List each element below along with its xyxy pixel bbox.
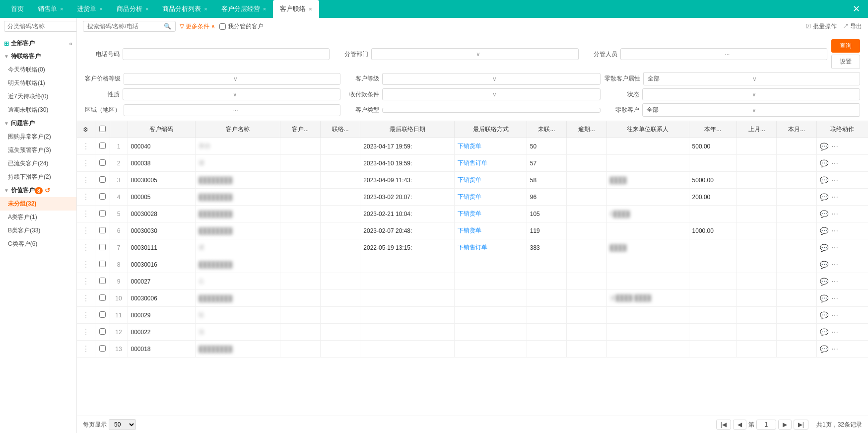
contact-method-link[interactable]: 下销货单 bbox=[458, 176, 481, 183]
more-conditions-button[interactable]: ▽ 更多条件 ∧ bbox=[180, 22, 215, 31]
company-contact-col-header[interactable]: 往来单位联系人 bbox=[606, 121, 689, 138]
last-page-button[interactable]: ▶| bbox=[794, 420, 808, 430]
name-col-header[interactable]: 客户名称 bbox=[196, 121, 280, 138]
customer-type-select[interactable] bbox=[382, 108, 600, 113]
this-year-col-header[interactable]: 本年... bbox=[689, 121, 736, 138]
all-customers-header[interactable]: ⊞全部客户« bbox=[0, 35, 76, 50]
phone-action-icon[interactable]: 💬 bbox=[820, 210, 828, 218]
nav-tab-客户分层经营[interactable]: 客户分层经营× bbox=[214, 0, 273, 18]
manager-select[interactable]: ··· bbox=[620, 48, 827, 60]
payment-select[interactable]: ∨ bbox=[382, 88, 600, 100]
row-checkbox[interactable] bbox=[99, 278, 106, 284]
nav-tab-客户联络[interactable]: 客户联络× bbox=[273, 0, 319, 18]
phone-action-icon[interactable]: 💬 bbox=[820, 227, 828, 235]
row-checkbox[interactable] bbox=[99, 261, 106, 267]
page-number-input[interactable] bbox=[756, 420, 776, 430]
more-action-icon[interactable]: ⋯ bbox=[831, 193, 838, 201]
bulk-operations-button[interactable]: ☑ 批量操作 bbox=[805, 22, 836, 31]
sidebar-item-0-3[interactable]: 逾期未联络(30) bbox=[0, 103, 76, 117]
row-checkbox[interactable] bbox=[99, 176, 106, 183]
tab-close-icon[interactable]: × bbox=[263, 6, 266, 12]
sidebar-item-1-1[interactable]: 流失预警客户(3) bbox=[0, 144, 76, 157]
sidebar-search-input[interactable] bbox=[4, 21, 77, 32]
contact-method-link[interactable]: 下销售订单 bbox=[458, 244, 487, 251]
phone-action-icon[interactable]: 💬 bbox=[820, 193, 828, 201]
row-checkbox[interactable] bbox=[99, 143, 106, 149]
nav-tab-商品分析列表[interactable]: 商品分析列表× bbox=[155, 0, 214, 18]
phone-action-icon[interactable]: 💬 bbox=[820, 176, 828, 184]
refresh-icon[interactable]: ↺ bbox=[45, 187, 50, 194]
row-checkbox[interactable] bbox=[99, 227, 106, 233]
contact-method-link[interactable]: 下销货单 bbox=[458, 210, 481, 217]
more-action-icon[interactable]: ⋯ bbox=[831, 345, 838, 353]
row-checkbox[interactable] bbox=[99, 244, 106, 250]
nav-tab-进货单[interactable]: 进货单× bbox=[70, 0, 109, 18]
last-method-col-header[interactable]: 最后联络方式 bbox=[455, 121, 527, 138]
tab-close-icon[interactable]: × bbox=[204, 6, 207, 12]
phone-action-icon[interactable]: 💬 bbox=[820, 261, 828, 269]
more-action-icon[interactable]: ⋯ bbox=[831, 328, 838, 336]
tab-close-icon[interactable]: × bbox=[99, 6, 102, 12]
retail-attr-select[interactable]: 全部 ∨ bbox=[643, 72, 860, 85]
first-page-button[interactable]: |◀ bbox=[716, 420, 731, 430]
row-checkbox[interactable] bbox=[99, 311, 106, 318]
row-checkbox[interactable] bbox=[99, 210, 106, 216]
customer-level-select[interactable]: ∨ bbox=[382, 73, 600, 85]
sidebar-item-2-0[interactable]: 未分组(32) bbox=[0, 197, 76, 211]
sidebar-item-0-1[interactable]: 明天待联络(1) bbox=[0, 76, 76, 90]
sidebar-item-0-0[interactable]: 今天待联络(0) bbox=[0, 63, 76, 76]
tab-close-icon[interactable]: × bbox=[309, 6, 312, 12]
phone-action-icon[interactable]: 💬 bbox=[820, 328, 828, 336]
tab-close-icon[interactable]: × bbox=[60, 6, 63, 12]
no-contact-col-header[interactable]: 未联... bbox=[527, 121, 566, 138]
sidebar-group-2[interactable]: ▼价值客户8↺ bbox=[0, 184, 76, 197]
phone-action-icon[interactable]: 💬 bbox=[820, 294, 828, 302]
my-customers-checkbox[interactable]: 我分管的客户 bbox=[219, 22, 264, 31]
sidebar-item-2-1[interactable]: A类客户(1) bbox=[0, 211, 76, 224]
nav-home[interactable]: 首页 bbox=[4, 4, 31, 13]
row-checkbox[interactable] bbox=[99, 345, 106, 352]
more-action-icon[interactable]: ⋯ bbox=[831, 244, 838, 252]
phone-action-icon[interactable]: 💬 bbox=[820, 311, 828, 319]
more-action-icon[interactable]: ⋯ bbox=[831, 294, 838, 302]
phone-action-icon[interactable]: 💬 bbox=[820, 345, 828, 353]
close-all-button[interactable]: ✕ bbox=[849, 3, 864, 14]
more-action-icon[interactable]: ⋯ bbox=[831, 159, 838, 167]
last-month-col-header[interactable]: 上月... bbox=[737, 121, 777, 138]
page-size-select[interactable]: 50 100 200 bbox=[109, 419, 136, 430]
reset-button[interactable]: 设置 bbox=[831, 55, 860, 69]
last-date-col-header[interactable]: 最后联络日期 bbox=[360, 121, 455, 138]
nature-select[interactable]: ∨ bbox=[123, 88, 340, 100]
query-button[interactable]: 查询 bbox=[831, 39, 860, 53]
more-action-icon[interactable]: ⋯ bbox=[831, 143, 838, 150]
phone-action-icon[interactable]: 💬 bbox=[820, 278, 828, 286]
overdue-col-header[interactable]: 逾期... bbox=[567, 121, 606, 138]
more-action-icon[interactable]: ⋯ bbox=[831, 261, 838, 269]
tab-close-icon[interactable]: × bbox=[145, 6, 148, 12]
nav-tab-销售单[interactable]: 销售单× bbox=[31, 0, 70, 18]
price-level-select[interactable]: ∨ bbox=[124, 73, 340, 85]
collapse-sidebar-icon[interactable]: « bbox=[69, 40, 72, 47]
phone-action-icon[interactable]: 💬 bbox=[820, 143, 828, 150]
contact-method-link[interactable]: 下销售订单 bbox=[458, 159, 487, 166]
checkbox-col-header[interactable] bbox=[95, 121, 110, 138]
sidebar-item-0-2[interactable]: 近7天待联络(0) bbox=[0, 90, 76, 103]
sidebar-item-1-3[interactable]: 持续下滑客户(2) bbox=[0, 170, 76, 184]
sidebar-item-1-2[interactable]: 已流失客户(24) bbox=[0, 157, 76, 170]
more-action-icon[interactable]: ⋯ bbox=[831, 311, 838, 319]
sidebar-item-1-0[interactable]: 囤购异常客户(2) bbox=[0, 130, 76, 144]
row-checkbox[interactable] bbox=[99, 193, 106, 200]
this-month-col-header[interactable]: 本月... bbox=[777, 121, 816, 138]
contact-method-link[interactable]: 下销货单 bbox=[458, 193, 481, 200]
dept-select[interactable]: ∨ bbox=[371, 48, 578, 60]
type-col-header[interactable]: 客户... bbox=[280, 121, 320, 138]
region-select[interactable]: ··· bbox=[124, 104, 340, 116]
phone-input[interactable] bbox=[123, 48, 330, 60]
sidebar-group-1[interactable]: ▼问题客户 bbox=[0, 117, 76, 130]
my-customers-check[interactable] bbox=[219, 23, 226, 30]
contact-col-header[interactable]: 联络... bbox=[320, 121, 360, 138]
phone-action-icon[interactable]: 💬 bbox=[820, 244, 828, 252]
sidebar-item-2-3[interactable]: C类客户(6) bbox=[0, 237, 76, 251]
more-action-icon[interactable]: ⋯ bbox=[831, 176, 838, 184]
more-action-icon[interactable]: ⋯ bbox=[831, 210, 838, 218]
